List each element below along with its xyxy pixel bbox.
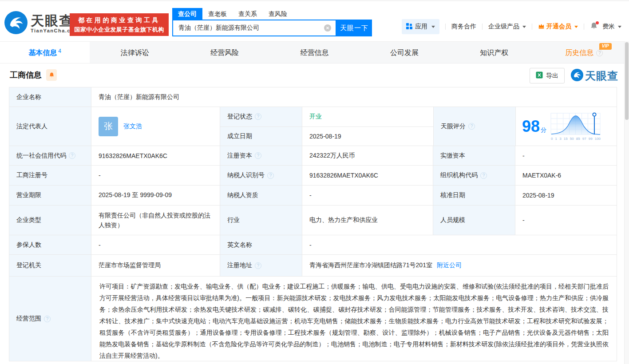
x-tick: 1 [555,137,557,141]
field-label-company-type: 企业类型 [9,206,91,235]
crown-icon [538,23,545,30]
apps-menu-button[interactable]: 应用 [402,19,439,34]
nav-user-menu[interactable]: 费米 [602,23,621,31]
avatar[interactable]: 张 [99,117,118,136]
search-button[interactable]: 天眼一下 [336,20,372,36]
help-icon[interactable] [480,172,487,179]
nav-business-cooperation[interactable]: 商务合作 [451,23,476,31]
org-code-label: 组织机构代码 [440,171,478,179]
search-tab-relation[interactable]: 查关系 [233,8,263,20]
field-label-reg-address: 注册地址 [220,255,302,276]
clear-search-icon[interactable] [324,24,331,32]
help-icon[interactable] [69,152,75,159]
search-tab-risk[interactable]: 查风险 [263,8,293,20]
apps-grid-icon [406,23,412,31]
site-header: 天眼查 TianYanCha.com 都在用的商业查询工具 国家中小企业发展子基… [0,0,629,41]
help-icon[interactable] [255,152,261,159]
credit-code-label: 统一社会信用代码 [16,152,66,160]
field-label-reg-status: 登记状态 [220,107,302,127]
nearby-companies-link[interactable]: 附近公司 [437,261,462,269]
enterprise-products-label: 企业级产品 [488,23,519,31]
nav-divider [584,24,584,30]
help-icon[interactable] [255,262,261,269]
search-area: 查公司 查老板 查关系 查风险 天眼一下 [172,8,372,36]
field-label-business-term: 营业期限 [9,186,91,205]
score-distribution-chart: 0 1 3 15 50 85 97 99 100 [550,112,601,141]
table-row: 经营范围 许可项目：矿产资源勘查；发电业务、输电业务、供（配）电业务；建设工程施… [9,277,617,361]
search-tab-company[interactable]: 查公司 [172,8,202,20]
section-header: 工商信息 [10,69,57,81]
table-row: 统一社会信用代码 91632826MAETX0AK6C 注册资本 242322万… [9,146,617,166]
field-label-org-code: 组织机构代码 [433,166,515,185]
field-value-reg-status: 开业 [302,107,433,127]
field-value-company-name: 青油（茫崖）新能源有限公司 [91,87,617,107]
help-icon[interactable] [267,172,274,179]
x-tick: 85 [576,137,580,141]
tab-intellectual-property[interactable]: 知识产权 [449,42,539,63]
field-label-legal-rep: 法定代表人 [9,107,91,146]
field-label-credit-code: 统一社会信用代码 [9,146,91,165]
field-value-business-scope: 许可项目：矿产资源勘查；发电业务、输电业务、供（配）电业务；建设工程施工；供暖服… [91,277,617,361]
help-icon[interactable] [44,316,51,322]
slogan-line1: 都在用的商业查询工具 [70,16,169,24]
top-nav: 应用 商务合作 企业级产品 开通会员 [402,19,621,34]
field-value-establish-date: 2025-08-19 [302,127,433,146]
tab-company-development[interactable]: 公司发展 [360,42,449,63]
field-label-reg-authority: 登记机关 [9,255,91,276]
scrollbar-thumb[interactable] [625,42,629,120]
export-button[interactable]: 导出 [530,68,565,83]
tianyancha-company-page: 天眼查 TianYanCha.com 都在用的商业查询工具 国家中小企业发展子基… [0,0,629,364]
field-label-industry: 行业 [220,206,302,235]
watermark-logo: 天眼查 [571,69,618,83]
tianyancha-logo[interactable]: 天眼查 TianYanCha.com [4,11,79,36]
nav-enterprise-products[interactable]: 企业级产品 [488,23,526,31]
x-tick: 97 [582,137,586,141]
table-row: 工商注册号 - 纳税人识别号 91632826MAETX0AK6C 组织机构代码… [9,166,617,186]
legal-rep-link[interactable]: 张文浩 [123,123,142,131]
search-input[interactable] [173,20,336,36]
field-value-credit-code: 91632826MAETX0AK6C [91,146,220,165]
x-tick: 15 [564,137,568,141]
table-row: 企业名称 青油（茫崖）新能源有限公司 [9,87,617,107]
nav-open-vip[interactable]: 开通会员 [538,23,578,31]
search-tabs: 查公司 查老板 查关系 查风险 [172,8,372,20]
scrollbar-track[interactable] [624,41,629,364]
notification-dot [596,21,599,24]
field-value-reg-address: 青海省海西州茫崖市冷湖镇团结路71号201室 附近公司 [302,255,617,276]
field-label-company-name: 企业名称 [9,87,91,107]
field-value-org-code: MAETX0AK-6 [515,166,617,185]
search-tab-boss[interactable]: 查老板 [202,8,233,20]
monitor-bell-icon[interactable] [46,69,57,81]
tab-legal-litigation[interactable]: 法律诉讼 [90,42,179,63]
field-value-insured: - [91,235,220,254]
help-icon[interactable] [468,123,475,130]
tab-operation-risk[interactable]: 经营风险 [180,42,269,63]
table-subrow: 成立日期 2025-08-19 [220,127,433,146]
field-label-taxpayer-id: 纳税人识别号 [220,166,302,185]
section-title: 工商信息 [10,70,42,80]
field-value-paid-capital: - [515,146,617,165]
search-input-wrap [172,20,336,36]
username: 费米 [602,23,615,31]
score-label: 天眼评分 [441,123,466,131]
field-label-reg-capital: 注册资本 [220,146,302,165]
search-row: 天眼一下 [172,20,372,36]
field-label-insured: 参保人数 [9,235,91,254]
watermark-text: 天眼查 [585,69,618,83]
excel-icon [536,71,543,80]
field-value-reg-number: - [91,166,220,185]
tab-operation-info[interactable]: 经营信息 [269,42,359,63]
field-value-approval-date: 2025-08-19 [515,186,617,205]
business-scope-label: 经营范围 [16,315,41,323]
help-icon[interactable] [596,50,603,56]
field-label-business-scope: 经营范围 [9,277,91,361]
tab-basic-info[interactable]: 基本信息4 [0,42,90,63]
field-label-paid-capital: 实缴资本 [433,146,515,165]
field-value-english-name: - [302,235,617,254]
help-icon[interactable] [255,113,261,120]
tab-history-info[interactable]: 历史信息 VIP [539,42,629,63]
business-info-table: 企业名称 青油（茫崖）新能源有限公司 法定代表人 张 张文浩 登记状态 开业 成… [9,87,617,361]
status-date-column: 登记状态 开业 成立日期 2025-08-19 [220,107,434,146]
notification-bell-icon[interactable] [590,22,598,31]
field-value-legal-rep: 张 张文浩 [91,107,220,146]
